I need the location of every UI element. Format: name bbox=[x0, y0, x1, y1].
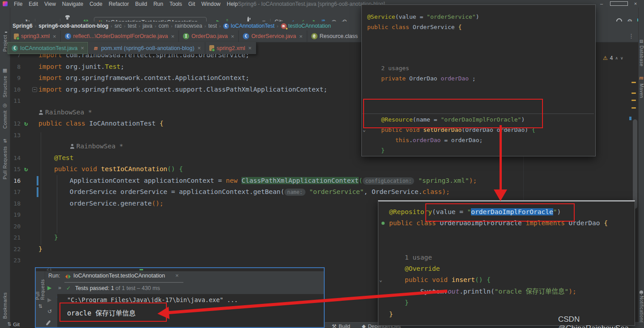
tab-spring3.xml[interactable]: spring3.xml× bbox=[10, 30, 61, 42]
close-icon[interactable]: × bbox=[171, 33, 174, 40]
close-icon[interactable]: × bbox=[175, 272, 179, 279]
code-line bbox=[362, 53, 595, 63]
sidebar-item-structure[interactable]: ▦ Structure bbox=[0, 67, 10, 97]
breadcrumb-item-java[interactable]: java bbox=[143, 23, 153, 29]
maximize-button[interactable] bbox=[610, 0, 627, 8]
breadcrumb-separator-icon: › bbox=[155, 23, 157, 29]
show-passed-icon[interactable]: ▶ bbox=[47, 297, 51, 303]
line-number bbox=[10, 141, 21, 152]
close-icon[interactable]: × bbox=[53, 33, 56, 40]
sidebar-item-commit[interactable]: ◎ Commit bbox=[0, 102, 10, 129]
menu-navigate[interactable]: Navigate bbox=[59, 1, 86, 7]
code-line: } bbox=[362, 145, 595, 156]
warning-count: 4 bbox=[610, 55, 613, 61]
scrollbar-thumb[interactable] bbox=[633, 119, 637, 209]
gutter: ↻ bbox=[21, 118, 38, 130]
gutter bbox=[362, 73, 367, 84]
rerun-tests-icon[interactable]: ▶ bbox=[47, 285, 51, 291]
tool-window-build[interactable]: ⚒ Build bbox=[332, 323, 350, 328]
gutter bbox=[378, 263, 389, 274]
code-line: @Override bbox=[378, 263, 635, 274]
close-icon[interactable]: × bbox=[81, 45, 85, 51]
warning-stripe-mark[interactable] bbox=[631, 82, 636, 83]
gutter bbox=[21, 130, 38, 141]
tab-OrderDao.java[interactable]: IOrderDao.java× bbox=[179, 30, 239, 42]
code-line: 15↻ public void testIoCAnnotation() { bbox=[10, 164, 639, 175]
tab-reflect\...\OrderDaoImplForOracle.java[interactable]: Creflect\...\OrderDaoImplForOracle.java× bbox=[61, 30, 179, 42]
method-icon: m bbox=[281, 23, 287, 29]
breadcrumb-item-src[interactable]: src bbox=[114, 23, 122, 29]
menu-refactor[interactable]: Refactor bbox=[106, 1, 132, 7]
gutter bbox=[21, 232, 38, 244]
bell-icon bbox=[640, 290, 643, 294]
close-icon[interactable]: × bbox=[231, 33, 234, 40]
next-warning-icon[interactable]: ∨ bbox=[620, 56, 623, 60]
line-number: 11 bbox=[10, 95, 21, 107]
breadcrumb-item-com[interactable]: com bbox=[158, 23, 169, 29]
breadcrumb-item-spring6-oo8-anotation-blog[interactable]: spring6-oo8-anotation-blog bbox=[38, 23, 108, 29]
fold-chevron-icon[interactable]: ⌄ bbox=[379, 274, 382, 286]
breadcrumb-item-testIoCAnnotation[interactable]: mtestIoCAnnotation bbox=[281, 23, 331, 29]
tab-OrderService.java[interactable]: COrderService.java× bbox=[239, 30, 307, 42]
warning-stripe-mark[interactable] bbox=[631, 107, 636, 109]
breadcrumb-item-test[interactable]: test bbox=[128, 23, 136, 29]
menu-git[interactable]: Git bbox=[185, 1, 198, 7]
class-file-icon: C bbox=[65, 33, 71, 39]
line-number: 23 bbox=[10, 255, 21, 266]
sidebar-item-git[interactable]: ⇅ Git bbox=[7, 321, 20, 327]
run-tab[interactable]: IoCAnnotationTest.testIoCAnnotation bbox=[73, 273, 165, 279]
code-line bbox=[362, 32, 595, 42]
warning-stripe-mark[interactable] bbox=[631, 93, 636, 94]
close-icon[interactable]: × bbox=[198, 45, 201, 51]
tab-Resource.class[interactable]: @Resource.class× bbox=[307, 30, 369, 42]
rerun-icon[interactable]: ↺ bbox=[47, 308, 52, 315]
close-button[interactable]: × bbox=[627, 0, 644, 8]
line-number: 9 bbox=[10, 72, 21, 84]
expand-icon[interactable]: » bbox=[58, 285, 61, 291]
hammer-icon: ⚒ bbox=[332, 323, 336, 328]
sidebar-item-database[interactable]: ▤ Database bbox=[639, 39, 644, 67]
maximize-icon bbox=[610, 1, 628, 6]
menu-window[interactable]: Window bbox=[198, 1, 224, 7]
sidebar-item-bookmarks[interactable]: Bookmarks bbox=[0, 290, 10, 319]
editor-tab-bar-overlay: CIoCAnnotationTest.java×mpom.xml (spring… bbox=[8, 42, 256, 54]
code-line bbox=[378, 229, 635, 240]
menu-tools[interactable]: Tools bbox=[166, 1, 185, 7]
gutter bbox=[362, 12, 367, 22]
line-number: 13 bbox=[10, 130, 21, 141]
tab-IoCAnnotationTest.java[interactable]: CIoCAnnotationTest.java× bbox=[8, 42, 89, 54]
tab-pom.xml (spring6-oo8-anotation-blog)[interactable]: mpom.xml (spring6-oo8-anotation-blog)× bbox=[89, 42, 205, 54]
close-icon[interactable]: × bbox=[299, 33, 303, 40]
wrench-icon[interactable] bbox=[46, 320, 51, 326]
breadcrumb-item-test[interactable]: test bbox=[208, 23, 217, 29]
class-test-file-icon: C bbox=[12, 45, 18, 51]
info-stripe-mark[interactable] bbox=[629, 117, 631, 120]
menu-file[interactable]: File bbox=[11, 1, 25, 7]
menu-view[interactable]: View bbox=[41, 1, 59, 7]
spring-bean-icon[interactable] bbox=[381, 222, 385, 225]
breadcrumb-separator-icon: › bbox=[139, 23, 140, 29]
gutter bbox=[378, 206, 389, 218]
test-passed-icon[interactable]: ↻ bbox=[24, 164, 28, 175]
menu-code[interactable]: Code bbox=[86, 1, 106, 7]
close-icon[interactable]: × bbox=[248, 45, 252, 51]
run-toolbar-rail: ▶ ↺ bbox=[45, 295, 57, 327]
warning-stripe-mark[interactable] bbox=[631, 100, 636, 101]
tab-spring2.xml[interactable]: spring2.xml× bbox=[205, 42, 256, 54]
test-passed-icon[interactable]: ↻ bbox=[24, 118, 28, 130]
code-line bbox=[378, 240, 635, 252]
ide-window: FileEditViewNavigateCodeRefactorBuildRun… bbox=[0, 0, 644, 328]
sidebar-item-pull-requests[interactable]: ⇅ Pull Requests bbox=[0, 138, 10, 179]
breadcrumb-item-Spring6[interactable]: Spring6 bbox=[13, 23, 33, 29]
more-icon[interactable]: ⋮ bbox=[628, 33, 634, 39]
breadcrumb-item-rainbowsea[interactable]: rainbowsea bbox=[175, 23, 202, 29]
pull-requests-icon: ⇅ bbox=[38, 303, 42, 309]
inspections-widget[interactable]: ⚠ 4 ∧ ∨ bbox=[603, 55, 623, 61]
breadcrumb-item-IoCAnnotationTest[interactable]: CIoCAnnotationTest bbox=[223, 23, 275, 29]
fold-icon[interactable]: − bbox=[32, 87, 37, 92]
menu-build[interactable]: Build bbox=[132, 1, 150, 7]
menu-run[interactable]: Run bbox=[150, 1, 166, 7]
sidebar-item-maven[interactable]: m Maven bbox=[639, 75, 644, 98]
prev-warning-icon[interactable]: ∧ bbox=[615, 56, 618, 60]
menu-edit[interactable]: Edit bbox=[25, 1, 41, 7]
